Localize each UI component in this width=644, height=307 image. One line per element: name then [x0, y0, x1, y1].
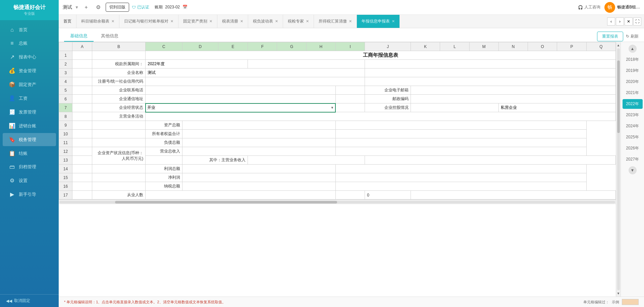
- col-m[interactable]: M: [469, 42, 498, 51]
- tab-expand-btn[interactable]: ⛶: [633, 17, 641, 26]
- year-btn-2020[interactable]: 2020年: [623, 77, 643, 87]
- tab-tax-table[interactable]: 税表清册✕: [217, 15, 248, 28]
- col-n[interactable]: N: [498, 42, 528, 51]
- tab-tax-expert[interactable]: 税检专家✕: [283, 15, 314, 28]
- tab-fixed-asset-cat[interactable]: 固定资产类别✕: [178, 15, 217, 28]
- horiz-scrollbar[interactable]: [59, 200, 616, 204]
- cell-15d[interactable]: [182, 173, 335, 182]
- sidebar-item-settle[interactable]: 📋结账: [3, 147, 56, 160]
- refresh-btn[interactable]: ↻ 刷新: [626, 34, 639, 39]
- cell-11j[interactable]: [335, 138, 586, 147]
- cell-1a[interactable]: [72, 51, 92, 60]
- sidebar-item-ledger[interactable]: ≡总账: [3, 37, 56, 50]
- sidebar-collapse-btn[interactable]: ◀◀ 取消固定: [0, 294, 59, 307]
- col-p[interactable]: P: [557, 42, 586, 51]
- sidebar-item-tax[interactable]: 🔖税务管理: [3, 133, 56, 146]
- tab-close-tax-settle[interactable]: ✕: [349, 19, 352, 24]
- cell-12j[interactable]: [335, 147, 586, 156]
- tab-close-aux[interactable]: ✕: [111, 19, 114, 24]
- tab-other[interactable]: 其他信息: [95, 31, 124, 42]
- sidebar-item-fund[interactable]: 💰资金管理: [3, 64, 56, 77]
- year-btn-2019[interactable]: 2019年: [623, 66, 643, 76]
- calendar-icon[interactable]: 📅: [182, 5, 187, 9]
- cell-4c[interactable]: [146, 77, 365, 86]
- vert-scrollbar[interactable]: ▲ ▼: [616, 42, 621, 297]
- cell-17j[interactable]: 0: [365, 191, 411, 200]
- col-k[interactable]: K: [411, 42, 440, 51]
- cell-13j[interactable]: [365, 156, 616, 165]
- cell-10d[interactable]: [182, 130, 335, 138]
- cell-6k[interactable]: [411, 95, 616, 103]
- old-version-btn[interactable]: 切到旧版: [106, 3, 129, 12]
- tab-aux[interactable]: 科目辅助余额表✕: [76, 15, 119, 28]
- add-btn[interactable]: +: [82, 3, 91, 12]
- reset-btn[interactable]: 重置报表: [597, 32, 623, 41]
- tab-basic[interactable]: 基础信息: [64, 31, 94, 42]
- cell-8c[interactable]: [146, 112, 616, 121]
- col-i[interactable]: I: [335, 42, 365, 51]
- sidebar-item-fixed[interactable]: 📦固定资产: [3, 78, 56, 91]
- cell-16d[interactable]: [182, 182, 335, 191]
- cell-3j[interactable]: [365, 69, 616, 77]
- cell-17c[interactable]: [146, 191, 336, 200]
- cell-9d[interactable]: [182, 121, 335, 130]
- cell-13f[interactable]: [248, 156, 365, 165]
- tab-close-journal[interactable]: ✕: [170, 19, 173, 24]
- cell-2c[interactable]: 2022年度: [146, 60, 248, 69]
- year-btn-2023[interactable]: 2023年: [623, 110, 643, 120]
- sidebar-item-settings[interactable]: ⚙设置: [3, 174, 56, 187]
- col-f[interactable]: F: [248, 42, 277, 51]
- cell-16j[interactable]: [335, 182, 586, 191]
- cell-2j[interactable]: [365, 60, 616, 69]
- tab-close-tax-expert[interactable]: ✕: [306, 19, 309, 24]
- year-btn-2022[interactable]: 2022年: [623, 99, 643, 109]
- tab-close-tax-table[interactable]: ✕: [240, 19, 243, 24]
- year-btn-2024[interactable]: 2024年: [623, 121, 643, 131]
- sidebar-item-salary[interactable]: 👤工资: [3, 92, 56, 105]
- tab-annual-report[interactable]: 年报信息申报表✕: [357, 15, 400, 28]
- sidebar-item-report[interactable]: ↗报表中心: [3, 50, 56, 63]
- col-d[interactable]: D: [182, 42, 218, 51]
- cell-3c[interactable]: 测试: [146, 69, 365, 77]
- col-h[interactable]: H: [306, 42, 335, 51]
- cell-15j[interactable]: [335, 173, 586, 182]
- cell-1b[interactable]: [92, 51, 145, 60]
- chevron-down-icon[interactable]: ▼: [75, 5, 79, 10]
- tab-close-fixed-asset-cat[interactable]: ✕: [209, 19, 212, 24]
- col-j[interactable]: J: [365, 42, 411, 51]
- cell-7c-dropdown[interactable]: 开业 ▼: [146, 103, 336, 112]
- cell-5k[interactable]: [411, 86, 616, 95]
- consult-btn[interactable]: 🎧 人工咨询: [578, 4, 600, 10]
- spreadsheet[interactable]: A B C D E F G H I J K L M N O: [59, 42, 616, 297]
- cell-12d[interactable]: [182, 147, 335, 156]
- col-g[interactable]: G: [277, 42, 306, 51]
- settings-btn[interactable]: ⚙: [94, 3, 103, 12]
- tab-close-annual-report[interactable]: ✕: [392, 19, 395, 24]
- year-btn-2018[interactable]: 2018年: [623, 55, 643, 64]
- year-down-btn[interactable]: ▼: [629, 166, 637, 174]
- tab-tax-wave[interactable]: 税负波动表✕: [248, 15, 283, 28]
- col-l[interactable]: L: [440, 42, 469, 51]
- year-btn-2021[interactable]: 2021年: [623, 88, 643, 98]
- col-o[interactable]: O: [528, 42, 557, 51]
- tab-next-btn[interactable]: ›: [616, 17, 624, 26]
- col-a[interactable]: A: [72, 42, 92, 51]
- year-btn-2026[interactable]: 2026年: [623, 143, 643, 153]
- sidebar-item-home[interactable]: ⌂首页: [3, 24, 56, 36]
- cell-13c[interactable]: [146, 156, 182, 165]
- sidebar-item-guide[interactable]: ▶新手引导: [3, 188, 56, 201]
- col-e[interactable]: E: [218, 42, 248, 51]
- cell-7k[interactable]: [411, 103, 499, 112]
- cell-2f[interactable]: [248, 60, 365, 69]
- cell-7n[interactable]: 私营企业: [498, 103, 615, 112]
- tab-journal[interactable]: 日记账与银行对账单核对✕: [119, 15, 178, 28]
- dropdown-arrow-icon[interactable]: ▼: [331, 106, 334, 109]
- cell-9j[interactable]: [335, 121, 586, 130]
- tab-home[interactable]: 首页: [59, 15, 76, 28]
- cell-6c[interactable]: [146, 95, 336, 103]
- year-btn-2025[interactable]: 2025年: [623, 132, 643, 142]
- year-up-btn[interactable]: ▲: [629, 45, 637, 53]
- cell-6i[interactable]: [335, 95, 365, 103]
- tab-tax-settle[interactable]: 所得税汇算清缴✕: [314, 15, 357, 28]
- col-q[interactable]: Q: [586, 42, 615, 51]
